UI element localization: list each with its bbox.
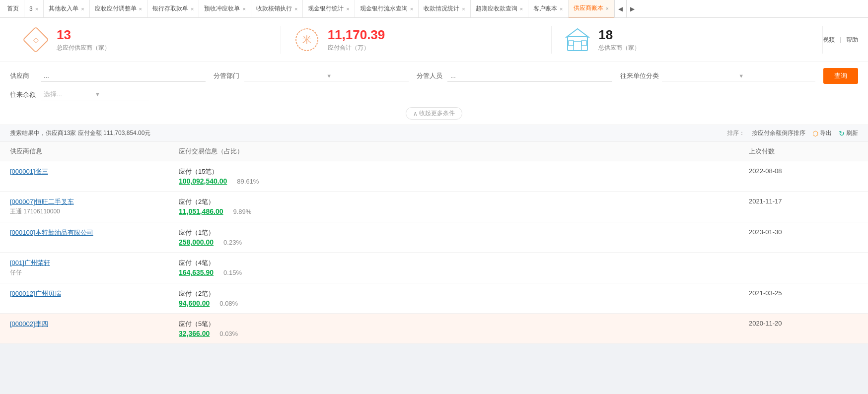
supplier-name: [000007]恒旺二手叉车 <box>10 197 179 206</box>
svg-text:米: 米 <box>302 35 311 45</box>
lastpay-cell: 2021-11-17 <box>749 197 858 205</box>
refresh-icon: ↻ <box>839 130 845 137</box>
nav-tab-collection[interactable]: 收款核销执行 × <box>251 0 303 18</box>
close-icon[interactable]: × <box>462 6 465 12</box>
supplier-info-cell: [000002]李四 <box>10 320 179 328</box>
transaction-cell: 应付（2笔） 11,051,486.00 9.89% <box>179 197 749 215</box>
close-icon[interactable]: × <box>606 5 609 11</box>
summary-total-suppliers: 18 总供应商（家） <box>552 26 823 54</box>
balance-placeholder: 选择... <box>44 90 95 99</box>
lastpay-cell: 2022-08-08 <box>749 167 858 175</box>
trans-amount[interactable]: 258,000.00 <box>179 238 214 246</box>
trans-label: 应付（5笔） <box>179 320 749 328</box>
trans-pct: 0.03% <box>219 330 238 337</box>
col-header-supplier: 供应商信息 <box>10 147 179 156</box>
chevron-down-icon: ▼ <box>738 73 812 79</box>
close-icon[interactable]: × <box>139 6 142 12</box>
sort-label: 排序： <box>727 129 745 137</box>
table-row: [000001]张三 应付（15笔） 100,092,540.00 89.61%… <box>0 161 868 192</box>
trans-pct: 0.08% <box>219 300 238 307</box>
transaction-cell: 应付（4笔） 164,635.90 0.15% <box>179 259 749 276</box>
supplier-link[interactable]: [001]广州荣轩 <box>10 259 50 266</box>
nav-tab-customer-book[interactable]: 客户账本 × <box>528 0 568 18</box>
filter-area: 供应商 分管部门 ▼ 分管人员 往来单位分类 ▼ 查询 往来余额 选择 <box>0 62 868 125</box>
export-button[interactable]: ⬡ 导出 <box>812 129 832 137</box>
summary-payable-total: 米 11,170.39 应付合计（万） <box>281 26 552 54</box>
svg-rect-7 <box>581 41 586 46</box>
nav-prev-arrow[interactable]: ◀ <box>614 0 626 18</box>
search-button[interactable]: 查询 <box>823 68 858 84</box>
video-link[interactable]: 视频 <box>823 36 835 44</box>
payable-total-amount: 11,170.39 <box>328 27 385 43</box>
close-icon[interactable]: × <box>410 6 413 12</box>
collapse-bar: ∧ 收起更多条件 <box>10 105 858 120</box>
supplier-label: 供应商 <box>10 71 38 80</box>
payable-total-label: 应付合计（万） <box>328 44 385 52</box>
close-icon[interactable]: × <box>560 6 563 12</box>
nav-tab-prepay[interactable]: 预收冲应收单 × <box>199 0 251 18</box>
payable-suppliers-count: 13 <box>57 27 110 43</box>
chevron-down-icon: ▼ <box>95 91 146 97</box>
refresh-button[interactable]: ↻ 刷新 <box>839 129 858 137</box>
nav-tab-cash-flow[interactable]: 现金银行流水查询 × <box>355 0 419 18</box>
close-icon[interactable]: × <box>191 6 194 12</box>
supplier-link[interactable]: [000002]李四 <box>10 320 48 328</box>
last-pay-date: 2021-11-17 <box>749 197 782 205</box>
table-row: [001]广州荣轩 仔仔 应付（4笔） 164,635.90 0.15% <box>0 253 868 283</box>
summary-payable-suppliers: ◇ 13 总应付供应商（家） <box>10 26 281 54</box>
close-icon[interactable]: × <box>294 6 297 12</box>
close-icon[interactable]: × <box>346 6 349 12</box>
collapse-button[interactable]: ∧ 收起更多条件 <box>406 107 462 120</box>
trans-amount[interactable]: 164,635.90 <box>179 268 214 276</box>
trans-pct: 89.61% <box>237 178 259 185</box>
transaction-cell: 应付（2笔） 94,600.00 0.08% <box>179 289 749 307</box>
filter-row-1: 供应商 分管部门 ▼ 分管人员 往来单位分类 ▼ 查询 <box>10 68 858 84</box>
supplier-link[interactable]: [000001]张三 <box>10 168 48 175</box>
person-input[interactable] <box>447 70 612 82</box>
trans-amount[interactable]: 100,092,540.00 <box>179 177 227 185</box>
sort-select[interactable]: 按应付余额倒序排序 <box>752 129 805 137</box>
dept-select[interactable]: ▼ <box>244 71 409 81</box>
trans-label: 应付（2笔） <box>179 197 749 206</box>
nav-tab-supplier-book[interactable]: 供应商账本 × <box>569 0 614 18</box>
nav-tab-bank-deposit[interactable]: 银行存取款单 × <box>147 0 199 18</box>
supplier-info-cell: [000100]本特勤油品有限公司 <box>10 228 179 237</box>
close-icon[interactable]: × <box>520 6 523 12</box>
nav-tab-3[interactable]: 3 × <box>24 0 44 18</box>
nav-tab-other-income[interactable]: 其他收入单 × <box>44 0 89 18</box>
close-icon[interactable]: × <box>242 6 245 12</box>
lastpay-cell: 2021-03-25 <box>749 289 858 297</box>
trans-pct: 9.89% <box>233 208 252 215</box>
supplier-name: [000012]广州贝瑞 <box>10 289 179 298</box>
dept-label: 分管部门 <box>214 71 241 80</box>
supplier-info-cell: [000007]恒旺二手叉车 王通 17106110000 <box>10 197 179 216</box>
trans-amount[interactable]: 11,051,486.00 <box>179 207 223 215</box>
nav-next-arrow[interactable]: ▶ <box>626 0 638 18</box>
supplier-link[interactable]: [000007]恒旺二手叉车 <box>10 198 74 205</box>
nav-tab-adjustment[interactable]: 应收应付调整单 × <box>90 0 147 18</box>
close-icon[interactable]: × <box>35 6 38 12</box>
summary-bar: ◇ 13 总应付供应商（家） 米 11,170.39 应付合计（万） <box>0 18 868 62</box>
nav-tab-home[interactable]: 首页 <box>2 0 24 18</box>
close-icon[interactable]: × <box>81 6 84 12</box>
last-pay-date: 2023-01-30 <box>749 228 782 236</box>
transaction-cell: 应付（1笔） 258,000.00 0.23% <box>179 228 749 246</box>
data-table: 供应商信息 应付交易信息（占比） 上次付数 [000001]张三 应付（15笔）… <box>0 142 868 344</box>
balance-label: 往来余额 <box>10 90 38 99</box>
help-link[interactable]: 帮助 <box>846 36 858 44</box>
supplier-sub: 王通 17106110000 <box>10 207 179 216</box>
nav-tab-overdue[interactable]: 超期应收款查询 × <box>471 0 528 18</box>
supplier-input[interactable] <box>41 70 206 82</box>
balance-select[interactable]: 选择... ▼ <box>41 88 149 101</box>
supplier-link[interactable]: [000012]广州贝瑞 <box>10 290 61 297</box>
category-select[interactable]: ▼ <box>662 71 816 81</box>
nav-tab-receipt-stats[interactable]: 收款情况统计 × <box>419 0 470 18</box>
last-pay-date: 2020-11-20 <box>749 320 782 327</box>
table-row: [000007]恒旺二手叉车 王通 17106110000 应付（2笔） 11,… <box>0 192 868 222</box>
result-bar: 搜索结果中，供应商13家 应付金额 111,703,854.00元 排序： 按应… <box>0 125 868 142</box>
trans-amount[interactable]: 94,600.00 <box>179 299 210 307</box>
trans-amount[interactable]: 32,366.00 <box>179 329 210 337</box>
svg-rect-6 <box>569 41 574 46</box>
supplier-link[interactable]: [000100]本特勤油品有限公司 <box>10 229 93 236</box>
nav-tab-cash-stats[interactable]: 现金银行统计 × <box>303 0 355 18</box>
